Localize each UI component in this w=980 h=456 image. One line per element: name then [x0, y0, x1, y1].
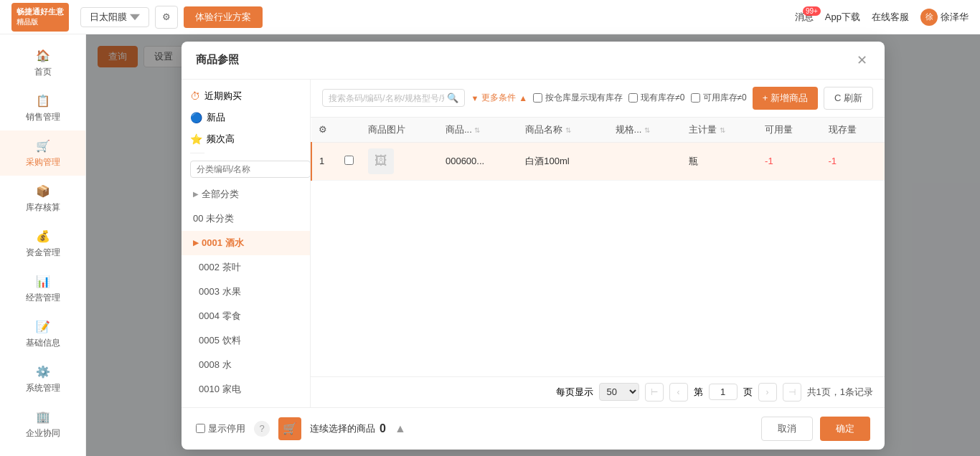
product-table-wrap: ⚙ 商品图片 商品... [311, 118, 885, 376]
filter-icon: ▼ [471, 94, 479, 103]
col-stock: 现存量 [821, 118, 885, 143]
sidebar-item-finance[interactable]: 💰 资金管理 [0, 221, 85, 266]
frequent-nav[interactable]: ⭐ 频次高 [182, 128, 310, 150]
product-table: ⚙ 商品图片 商品... [311, 118, 885, 181]
modal-close-button[interactable]: ✕ [853, 52, 870, 69]
clock-icon: ⏱ [190, 90, 200, 102]
row-index: 1 [311, 142, 337, 180]
finance-icon: 💰 [35, 228, 51, 244]
col-unit[interactable]: 主计量 [682, 118, 758, 143]
sidebar-collapse-button[interactable]: ◀ [310, 210, 311, 239]
sidebar-item-home[interactable]: 🏠 首页 [0, 40, 85, 85]
modal-body: ⏱ 近期购买 🔵 新品 ⭐ 频次高 [182, 80, 885, 407]
sidebar-item-system[interactable]: ⚙️ 系统管理 [0, 356, 85, 402]
filter-button[interactable]: ▼ 更多条件 ▲ [471, 92, 527, 104]
show-disabled-checkbox-label[interactable]: 显示停用 [196, 422, 245, 435]
category-search-input[interactable] [190, 161, 311, 178]
sidebar-item-enterprise[interactable]: 🏢 企业协同 [0, 402, 85, 447]
star-icon: ⭐ [190, 133, 202, 145]
last-page-button[interactable]: ⊣ [783, 383, 801, 402]
first-page-button[interactable]: ⊢ [645, 383, 664, 402]
category-00[interactable]: 00 未分类 [182, 206, 310, 231]
modal-toolbar: 🔍 ▼ 更多条件 ▲ 按仓库显示现有库存 [311, 80, 885, 118]
modal-sidebar: ⏱ 近期购买 🔵 新品 ⭐ 频次高 [182, 80, 311, 407]
confirm-button[interactable]: 确定 [820, 417, 870, 441]
sidebar-item-basic[interactable]: 📝 基础信息 [0, 311, 85, 356]
category-0005[interactable]: 0005 饮料 [182, 328, 310, 353]
show-disabled-checkbox[interactable] [196, 424, 205, 433]
category-0002[interactable]: 0002 茶叶 [182, 255, 310, 280]
product-reference-modal: 商品参照 ✕ ⏱ 近期购买 🔵 新品 [182, 42, 885, 450]
modal-title: 商品参照 [196, 53, 239, 67]
help-icon[interactable]: ? [254, 421, 270, 437]
home-icon: 🏠 [35, 47, 51, 63]
category-0001[interactable]: ▶ 0001 酒水 [182, 231, 310, 255]
warehouse-checkbox-label[interactable]: 按仓库显示现有库存 [533, 92, 623, 104]
product-search-icon[interactable]: 🔍 [447, 92, 458, 103]
cart-collapse-icon[interactable]: ▲ [395, 422, 406, 435]
system-icon: ⚙️ [35, 364, 51, 379]
page-input[interactable] [709, 384, 738, 400]
enterprise-icon: 🏢 [35, 409, 51, 424]
col-name[interactable]: 商品名称 [518, 118, 608, 143]
cart-icon[interactable]: 🛒 [278, 417, 301, 440]
col-spec[interactable]: 规格... [608, 118, 682, 143]
next-page-button[interactable]: › [758, 383, 777, 402]
col-code[interactable]: 商品... [438, 118, 518, 143]
sidebar-item-inventory[interactable]: 📦 库存核算 [0, 176, 85, 221]
app-logo: 畅捷通好生意 精品版 [11, 3, 69, 32]
category-0004[interactable]: 0004 零食 [182, 304, 310, 328]
col-available: 可用量 [758, 118, 821, 143]
col-settings[interactable]: ⚙ [311, 118, 337, 143]
col-image: 商品图片 [361, 118, 438, 143]
row-check[interactable] [337, 142, 361, 180]
category-all[interactable]: ▶ 全部分类 [182, 182, 310, 206]
sidebar-item-sales[interactable]: 📋 销售管理 [0, 85, 85, 130]
sidebar-item-guide[interactable]: 🎯 新手引导 [0, 447, 85, 456]
purchase-icon: 🛒 [35, 138, 51, 153]
row-code: 000600... [438, 142, 518, 180]
pagination-info: 共1页，1条记录 [807, 386, 873, 399]
available-nonzero-checkbox-label[interactable]: 可用库存≠0 [691, 92, 747, 104]
app-download[interactable]: App下载 [825, 11, 860, 24]
refresh-button[interactable]: C 刷新 [824, 87, 873, 110]
table-row[interactable]: 1 🖼 000600... 白酒100ml 瓶 [311, 142, 885, 180]
arrow-icon: ▶ [193, 190, 199, 198]
add-product-button[interactable]: + 新增商品 [753, 87, 818, 110]
main-layout: 🏠 首页 📋 销售管理 🛒 采购管理 📦 库存核算 💰 资金管理 📊 经营管理 … [0, 34, 980, 456]
settings-icon[interactable]: ⚙ [155, 6, 178, 29]
product-search-input[interactable] [329, 93, 444, 103]
store-dropdown[interactable]: 日太阳膜 [80, 7, 149, 27]
stock-nonzero-checkbox-label[interactable]: 现有库存≠0 [628, 92, 684, 104]
prev-page-button[interactable]: ‹ [669, 383, 688, 402]
sidebar-item-operations[interactable]: 📊 经营管理 [0, 266, 85, 311]
recent-purchases-nav[interactable]: ⏱ 近期购买 [182, 85, 310, 107]
stock-nonzero-checkbox[interactable] [628, 93, 638, 103]
trial-button[interactable]: 体验行业方案 [184, 6, 263, 28]
sidebar: 🏠 首页 📋 销售管理 🛒 采购管理 📦 库存核算 💰 资金管理 📊 经营管理 … [0, 34, 86, 456]
category-0003[interactable]: 0003 水果 [182, 280, 310, 304]
online-service[interactable]: 在线客服 [872, 11, 909, 24]
col-check [337, 118, 361, 143]
warehouse-checkbox[interactable] [533, 93, 542, 103]
cancel-button[interactable]: 取消 [761, 417, 813, 441]
available-nonzero-checkbox[interactable] [691, 93, 700, 103]
sidebar-item-purchase[interactable]: 🛒 采购管理 [0, 130, 85, 176]
row-unit: 瓶 [682, 142, 758, 180]
category-0008[interactable]: 0008 水 [182, 353, 310, 377]
filter-arrow-icon: ▲ [519, 93, 527, 103]
content-area: 查询 设置 刷新 商品参照 ✕ ⏱ [86, 34, 980, 456]
product-search-box: 🔍 [322, 89, 465, 107]
navbar: 畅捷通好生意 精品版 日太阳膜 ⚙ 体验行业方案 消息 99+ App下载 在线… [0, 0, 980, 34]
page-size-select[interactable]: 50 20 100 [599, 383, 639, 401]
row-spec [608, 142, 682, 180]
row-image: 🖼 [361, 142, 438, 180]
modal-header: 商品参照 ✕ [182, 42, 885, 80]
row-available: -1 [758, 142, 821, 180]
messages-badge[interactable]: 消息 99+ [795, 11, 814, 24]
user-avatar[interactable]: 徐 徐泽华 [920, 9, 969, 26]
navbar-right: 消息 99+ App下载 在线客服 徐 徐泽华 [795, 9, 969, 26]
modal-main: 🔍 ▼ 更多条件 ▲ 按仓库显示现有库存 [311, 80, 885, 407]
new-products-nav[interactable]: 🔵 新品 [182, 107, 310, 128]
category-0010[interactable]: 0010 家电 [182, 377, 310, 402]
